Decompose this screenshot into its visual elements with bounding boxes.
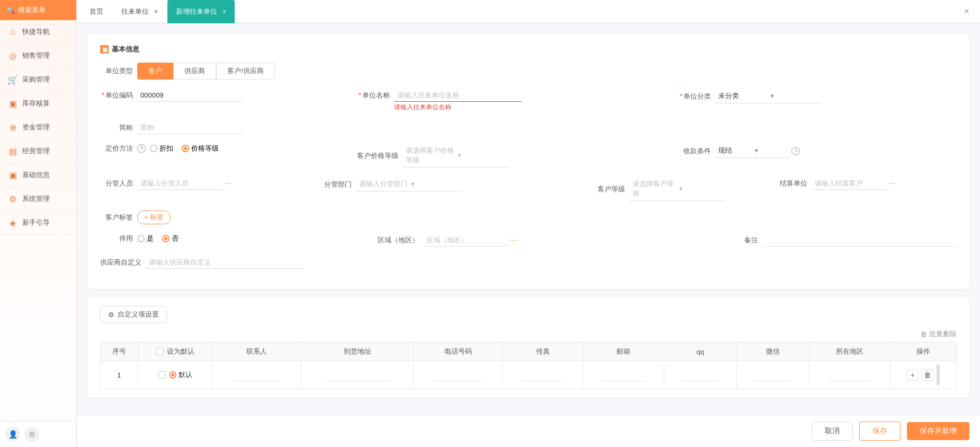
manager-input[interactable] [137, 177, 222, 190]
settlement-input[interactable] [812, 177, 886, 190]
qq-input[interactable] [682, 369, 719, 381]
contact-input[interactable] [233, 369, 280, 381]
sidebar-item-inventory[interactable]: ▣ 库存核算 [0, 92, 76, 116]
pricing-row: 定价方法 ? 折扣 价格等级 客户价格等级 [100, 144, 957, 168]
sidebar-item-finance[interactable]: ⊕ 资金管理 [0, 116, 76, 139]
manager-more-button[interactable]: ··· [222, 179, 233, 188]
disabled-yes-option[interactable]: 是 [137, 234, 154, 243]
sidebar-item-system[interactable]: ⚙ 系统管理 [0, 187, 76, 211]
settings-btn[interactable]: ⚙ [24, 427, 39, 442]
sidebar-item-quick-nav[interactable]: ⌂ 快捷导航 [0, 20, 76, 44]
sidebar-item-basic[interactable]: ▣ 基础信息 [0, 163, 76, 187]
cell-qq[interactable] [664, 361, 736, 389]
row-checkbox[interactable] [158, 371, 166, 379]
payment-terms-select[interactable]: 现结 ▼ [715, 144, 789, 158]
phone-input[interactable] [434, 369, 482, 381]
discount-radio[interactable] [150, 145, 157, 152]
customer-price-select[interactable]: 请选择客户价格等级 ▼ [403, 144, 509, 168]
save-and-new-button[interactable]: 保存并新增 [907, 422, 969, 440]
guide-icon: ◈ [7, 217, 18, 228]
default-radio-item[interactable]: 默认 [169, 370, 192, 380]
sidebar: 🔍 搜索菜单 ⌂ 快捷导航 ◎ 销售管理 🛒 采购管理 ▣ 库存核算 ⊕ 资金管… [0, 0, 77, 447]
sidebar-item-sales[interactable]: ◎ 销售管理 [0, 44, 76, 68]
custom-settings-button[interactable]: ⚙ 自定义项设置 [100, 306, 167, 323]
short-name-row: 简称 [100, 121, 957, 134]
type-btn-both[interactable]: 客户/供应商 [216, 63, 275, 80]
sidebar-item-operation[interactable]: ▤ 经营管理 [0, 139, 76, 163]
user-avatar[interactable]: 👤 [5, 427, 20, 442]
chevron-down-icon5: ▼ [678, 186, 721, 192]
unit-name-label: 单位名称 [357, 91, 394, 100]
type-btn-supplier[interactable]: 供应商 [173, 63, 216, 80]
tab-partners[interactable]: 往来单位 × [113, 0, 166, 23]
short-name-field: 简称 [100, 121, 957, 134]
payment-help-icon[interactable]: ? [791, 147, 800, 155]
unit-type-row: 单位类型 客户 供应商 客户/供应商 [100, 63, 957, 80]
pricing-help-icon[interactable]: ? [137, 144, 146, 153]
default-radio[interactable] [169, 371, 176, 379]
add-tag-button[interactable]: + 标签 [137, 211, 171, 224]
tab-home[interactable]: 首页 [81, 0, 112, 23]
unit-name-input[interactable] [394, 89, 521, 102]
settings-icon: ⚙ [108, 311, 114, 319]
pricing-discount-option[interactable]: 折扣 [150, 144, 173, 153]
section-header: ▣ 基本信息 [100, 45, 957, 54]
tab-partners-close[interactable]: × [154, 8, 158, 15]
cell-wechat[interactable] [737, 361, 809, 389]
select-all-checkbox[interactable] [156, 348, 164, 355]
type-btn-group: 客户 供应商 客户/供应商 [137, 63, 275, 80]
close-window-button[interactable]: × [957, 6, 976, 17]
system-icon: ⚙ [7, 194, 18, 204]
remark-label: 备注 [725, 235, 762, 245]
supplier-custom-input[interactable] [146, 256, 305, 269]
unit-category-select[interactable]: 未分类 ▼ [715, 89, 821, 103]
drag-handle[interactable] [937, 364, 940, 385]
delete-row-button[interactable]: 🗑 [922, 369, 933, 381]
address-input[interactable] [326, 369, 389, 381]
region-table-input[interactable] [828, 369, 871, 381]
cell-address[interactable] [301, 361, 414, 389]
no-radio[interactable] [162, 235, 170, 242]
unit-code-input[interactable] [137, 89, 243, 102]
add-row-button[interactable]: + [907, 369, 919, 381]
search-menu-button[interactable]: 🔍 搜索菜单 [0, 0, 76, 20]
email-input[interactable] [602, 369, 645, 381]
tab-new-partner[interactable]: 新增往来单位 × [167, 0, 235, 23]
fax-input[interactable] [522, 369, 564, 381]
cell-contact[interactable] [212, 361, 301, 389]
remark-input[interactable] [762, 234, 957, 247]
short-name-input[interactable] [137, 121, 243, 134]
settlement-label: 结算单位 [774, 179, 812, 188]
region-input[interactable] [423, 234, 508, 247]
cancel-button[interactable]: 取消 [812, 422, 853, 441]
wechat-input[interactable] [754, 369, 791, 381]
cell-region[interactable] [809, 361, 890, 389]
col-action: 操作 [890, 343, 956, 361]
cell-email[interactable] [583, 361, 664, 389]
pricing-level-option[interactable]: 价格等级 [182, 144, 219, 153]
yes-radio[interactable] [137, 235, 145, 242]
batch-delete-button[interactable]: 🗑 批量删除 [920, 329, 957, 339]
tab-new-partner-close[interactable]: × [222, 8, 226, 15]
type-btn-customer[interactable]: 客户 [137, 63, 173, 80]
customer-level-placeholder: 请选择客户等级 [632, 179, 676, 198]
sidebar-item-guide[interactable]: ◈ 新手引导 [0, 211, 76, 235]
cell-fax[interactable] [502, 361, 583, 389]
sidebar-item-label: 基础信息 [22, 170, 50, 180]
settlement-more-button[interactable]: ··· [886, 179, 897, 188]
search-icon: 🔍 [6, 6, 15, 14]
tab-new-partner-label: 新增往来单位 [176, 7, 217, 16]
cell-phone[interactable] [414, 361, 502, 389]
dept-select[interactable]: 请输入分管部门 ▼ [356, 177, 462, 191]
save-button[interactable]: 保存 [859, 422, 901, 441]
customer-level-select[interactable]: 请选择客户等级 ▼ [629, 177, 725, 201]
customer-tag-label: 客户标签 [100, 213, 137, 222]
price-level-radio[interactable] [182, 145, 189, 152]
payment-terms-field: 收款条件 现结 ▼ ? [678, 144, 957, 158]
customer-price-label: 客户价格等级 [357, 151, 403, 161]
disabled-no-option[interactable]: 否 [162, 234, 179, 243]
sidebar-item-label: 库存核算 [22, 99, 50, 108]
sidebar-item-purchase[interactable]: 🛒 采购管理 [0, 68, 76, 92]
region-more-button[interactable]: ··· [508, 235, 519, 245]
tags-row: 客户标签 + 标签 [100, 211, 957, 224]
